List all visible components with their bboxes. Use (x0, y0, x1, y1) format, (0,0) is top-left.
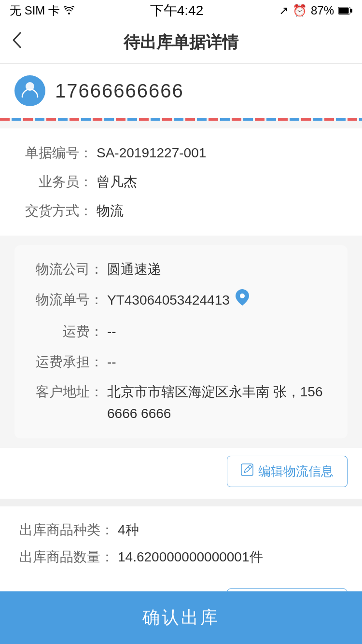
user-section: 17666666666 (0, 64, 362, 118)
battery-text: 87% (311, 4, 334, 17)
logistics-freight-bearer-value: -- (107, 351, 332, 373)
delivery-value: 物流 (97, 201, 343, 221)
salesman-label: 业务员： (19, 172, 97, 192)
logistics-company-label: 物流公司： (30, 259, 107, 280)
logistics-tracking-value: YT43064053424413 (107, 289, 332, 312)
user-icon (21, 80, 39, 102)
logistics-tracking-label: 物流单号： (30, 289, 107, 311)
goods-type-value: 4种 (118, 521, 139, 539)
goods-quantity-label: 出库商品数量： (19, 548, 118, 566)
goods-quantity-row: 出库商品数量： 14.620000000000001件 (19, 548, 343, 566)
svg-rect-1 (350, 9, 352, 13)
svg-point-4 (240, 294, 245, 298)
salesman-value: 曾凡杰 (97, 172, 343, 192)
logistics-company-value: 圆通速递 (107, 259, 332, 280)
status-bar: 无 SIM 卡 下午4:42 ↗ ⏰ 87% (0, 0, 362, 21)
salesman-row: 业务员： 曾凡杰 (19, 172, 343, 192)
location-status-icon: ↗ (279, 4, 289, 17)
basic-info-section: 单据编号： SA-20191227-001 业务员： 曾凡杰 交货方式： 物流 (0, 128, 362, 236)
edit-btn-row: 编辑物流信息 (0, 448, 362, 499)
wifi-icon (64, 4, 74, 17)
logistics-address-value: 北京市市辖区海淀区永丰南 张，156 6666 6666 (107, 381, 332, 425)
edit-logistics-label: 编辑物流信息 (258, 463, 334, 480)
logistics-freight-row: 运费： -- (30, 321, 332, 343)
delivery-row: 交货方式： 物流 (19, 201, 343, 221)
nav-bar: 待出库单据详情 (0, 21, 362, 64)
alarm-icon: ⏰ (292, 4, 307, 17)
status-right: ↗ ⏰ 87% (279, 4, 352, 17)
confirm-outbound-button[interactable]: 确认出库 (142, 606, 220, 630)
carrier-text: 无 SIM 卡 (10, 3, 60, 18)
edit-logistics-button[interactable]: 编辑物流信息 (227, 456, 348, 487)
logistics-freight-label: 运费： (30, 321, 107, 343)
goods-type-label: 出库商品种类： (19, 521, 118, 539)
page-title: 待出库单据详情 (124, 31, 238, 54)
dashed-divider (0, 118, 362, 121)
logistics-card: 物流公司： 圆通速递 物流单号： YT43064053424413 运费： --… (14, 245, 348, 438)
logistics-address-row: 客户地址： 北京市市辖区海淀区永丰南 张，156 6666 6666 (30, 381, 332, 425)
goods-quantity-value: 14.620000000000001件 (118, 548, 263, 566)
logistics-tracking-row: 物流单号： YT43064053424413 (30, 289, 332, 312)
battery-icon (338, 4, 352, 17)
user-phone: 17666666666 (55, 80, 184, 102)
confirm-btn-wrapper: 确认出库 (0, 591, 362, 644)
logistics-freight-value: -- (107, 321, 332, 343)
doc-no-label: 单据编号： (19, 143, 97, 163)
status-left: 无 SIM 卡 (10, 3, 74, 18)
svg-rect-2 (339, 8, 349, 14)
goods-type-row: 出库商品种类： 4种 (19, 521, 343, 539)
doc-no-row: 单据编号： SA-20191227-001 (19, 143, 343, 163)
logistics-freight-bearer-label: 运费承担： (30, 351, 107, 373)
map-pin-icon[interactable] (236, 289, 249, 312)
avatar (14, 75, 45, 106)
doc-no-value: SA-20191227-001 (97, 143, 343, 163)
status-time: 下午4:42 (150, 1, 204, 20)
logistics-address-label: 客户地址： (30, 381, 107, 403)
logistics-freight-bearer-row: 运费承担： -- (30, 351, 332, 373)
edit-icon (241, 463, 253, 479)
back-button[interactable] (12, 31, 22, 54)
logistics-company-row: 物流公司： 圆通速递 (30, 259, 332, 280)
separator (0, 499, 362, 506)
goods-section: 出库商品种类： 4种 出库商品数量： 14.620000000000001件 (0, 506, 362, 581)
delivery-label: 交货方式： (19, 201, 97, 221)
